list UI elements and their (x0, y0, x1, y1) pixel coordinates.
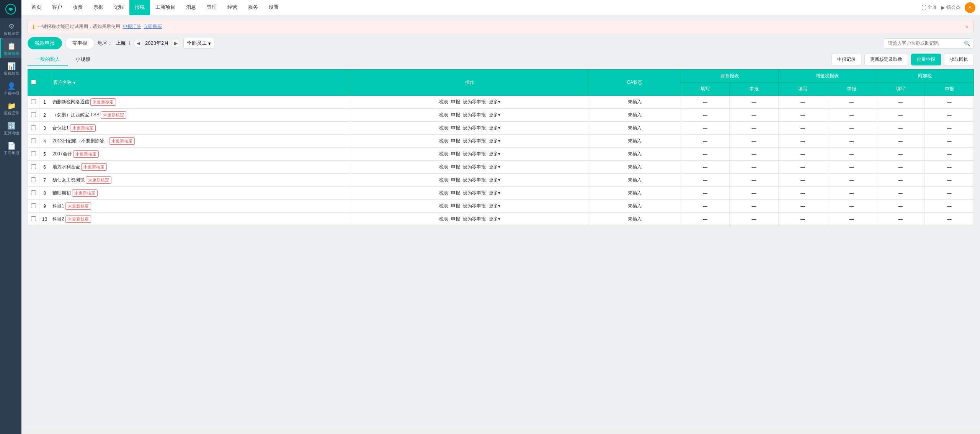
row-operations: 税表 申报 设为零申报 更多▾ (351, 213, 588, 226)
row-a-dec: — (925, 148, 974, 161)
nav-home[interactable]: 首页 (26, 0, 47, 15)
row-checkbox[interactable] (28, 187, 39, 200)
op-set-zero[interactable]: 设为零申报 (462, 151, 487, 157)
nav-settings[interactable]: 设置 (263, 0, 284, 15)
op-set-zero[interactable]: 设为零申报 (462, 125, 487, 131)
row-checkbox[interactable] (28, 148, 39, 161)
nav-operation[interactable]: 经营 (222, 0, 243, 15)
op-declare[interactable]: 申报 (450, 125, 461, 131)
op-declare[interactable]: 申报 (450, 164, 461, 170)
row-checkbox[interactable] (28, 174, 39, 187)
nav-service[interactable]: 服务 (243, 0, 263, 15)
op-declare[interactable]: 申报 (450, 203, 461, 209)
nav-business[interactable]: 工商项目 (150, 0, 181, 15)
row-checkbox[interactable] (28, 96, 39, 109)
op-declare[interactable]: 申报 (450, 216, 461, 222)
op-more[interactable]: 更多▾ (488, 112, 501, 117)
table-row: 7 杨仙女工资测试 未更新核定 税表 申报 设为零申报 更多▾ 未插入 — — … (28, 174, 974, 187)
op-tax-form[interactable]: 税表 (438, 99, 449, 104)
fullscreen-label: 全屏 (928, 4, 937, 11)
op-set-zero[interactable]: 设为零申报 (462, 190, 487, 196)
row-checkbox[interactable] (28, 213, 39, 226)
sort-icon[interactable]: ▾ (73, 80, 75, 85)
op-more[interactable]: 更多▾ (488, 138, 501, 144)
op-declare[interactable]: 申报 (450, 112, 461, 117)
op-declare[interactable]: 申报 (450, 177, 461, 183)
date-prev-button[interactable]: ◀ (134, 39, 143, 48)
op-tax-form[interactable]: 税表 (438, 216, 449, 222)
op-tax-form[interactable]: 税表 (438, 164, 449, 170)
notice-link-declare[interactable]: 申报汇签 (123, 24, 141, 29)
update-confirmed-button[interactable]: 更新核定及取数 (864, 54, 908, 65)
op-tax-form[interactable]: 税表 (438, 151, 449, 157)
op-more[interactable]: 更多▾ (488, 177, 501, 183)
op-tax-form[interactable]: 税表 (438, 112, 449, 117)
row-checkbox[interactable] (28, 200, 39, 213)
row-ca: 未插入 (588, 161, 681, 174)
nav-manage[interactable]: 管理 (201, 0, 222, 15)
sidebar-item-tax-settings[interactable]: ⚙ 报税设置 (0, 18, 21, 38)
sub-tab-small[interactable]: 小规模 (68, 53, 98, 66)
row-checkbox[interactable] (28, 135, 39, 148)
op-tax-form[interactable]: 税表 (438, 138, 449, 144)
member-button[interactable]: ▶ 畅会员 (941, 4, 960, 11)
sidebar-item-tax-record[interactable]: 📁 报税记录 (0, 98, 21, 118)
op-set-zero[interactable]: 设为零申报 (462, 138, 487, 144)
scroll-bar-area[interactable] (21, 428, 980, 434)
sidebar-item-tax-overview[interactable]: 📊 报税总览 (0, 58, 21, 78)
row-checkbox[interactable] (28, 122, 39, 135)
notice-close-button[interactable]: ✕ (965, 24, 969, 29)
retrieve-return-button[interactable]: 收取回执 (944, 54, 974, 65)
nav-billing[interactable]: 收费 (67, 0, 88, 15)
sidebar-item-calc-clear[interactable]: 🔢 汇算清缴 (0, 118, 21, 138)
row-f-fill: — (681, 109, 730, 122)
search-input[interactable] (884, 39, 961, 48)
op-more[interactable]: 更多▾ (488, 190, 501, 196)
op-more[interactable]: 更多▾ (488, 151, 501, 157)
tab-tax-declare[interactable]: 税款申报 (28, 37, 62, 49)
op-set-zero[interactable]: 设为零申报 (462, 216, 487, 222)
declare-record-button[interactable]: 申报记录 (831, 54, 861, 65)
op-set-zero[interactable]: 设为零申报 (462, 99, 487, 104)
avatar[interactable]: A (965, 2, 975, 13)
fullscreen-button[interactable]: ⛶ 全屏 (921, 4, 937, 11)
sidebar-item-business-report[interactable]: 📄 工商年报 (0, 138, 21, 158)
sidebar-item-personal-tax[interactable]: 👤 个税申报 (0, 78, 21, 98)
tab-zero-declare[interactable]: 零申报 (65, 37, 95, 49)
op-declare[interactable]: 申报 (450, 138, 461, 144)
nav-tax[interactable]: 报税 (129, 0, 150, 15)
table-container: 客户名称 ▾ 操作 CA状态 财务报表 增值税报表 附加税 填写 (28, 69, 974, 226)
dept-select[interactable]: 全部员工 ▾ (183, 38, 214, 49)
info-icon[interactable]: ℹ (129, 41, 131, 46)
nav-message[interactable]: 消息 (181, 0, 201, 15)
op-declare[interactable]: 申报 (450, 99, 461, 104)
op-more[interactable]: 更多▾ (488, 164, 501, 170)
op-set-zero[interactable]: 设为零申报 (462, 177, 487, 183)
op-declare[interactable]: 申报 (450, 151, 461, 157)
search-button[interactable]: 🔍 (961, 39, 973, 48)
notice-link-buy[interactable]: 立即购买 (144, 24, 162, 29)
op-more[interactable]: 更多▾ (488, 216, 501, 222)
row-checkbox[interactable] (28, 109, 39, 122)
row-checkbox[interactable] (28, 161, 39, 174)
nav-bookkeeping[interactable]: 记账 (109, 0, 129, 15)
row-client-name: 辅助期初 未更新核定 (50, 187, 351, 200)
op-more[interactable]: 更多▾ (488, 99, 501, 104)
op-more[interactable]: 更多▾ (488, 125, 501, 131)
nav-invoice[interactable]: 票据 (88, 0, 109, 15)
op-more[interactable]: 更多▾ (488, 203, 501, 209)
op-tax-form[interactable]: 税表 (438, 125, 449, 131)
op-tax-form[interactable]: 税表 (438, 203, 449, 209)
op-declare[interactable]: 申报 (450, 190, 461, 196)
op-set-zero[interactable]: 设为零申报 (462, 164, 487, 170)
op-tax-form[interactable]: 税表 (438, 190, 449, 196)
op-set-zero[interactable]: 设为零申报 (462, 112, 487, 117)
op-tax-form[interactable]: 税表 (438, 177, 449, 183)
select-all-checkbox[interactable] (31, 80, 36, 85)
batch-declare-button[interactable]: 批量申报 (911, 54, 941, 65)
sidebar-item-batch-tax[interactable]: 📋 批量报税 (0, 38, 21, 58)
op-set-zero[interactable]: 设为零申报 (462, 203, 487, 209)
nav-client[interactable]: 客户 (47, 0, 67, 15)
sub-tab-general[interactable]: 一般的税人 (28, 53, 68, 66)
date-next-button[interactable]: ▶ (171, 39, 180, 48)
